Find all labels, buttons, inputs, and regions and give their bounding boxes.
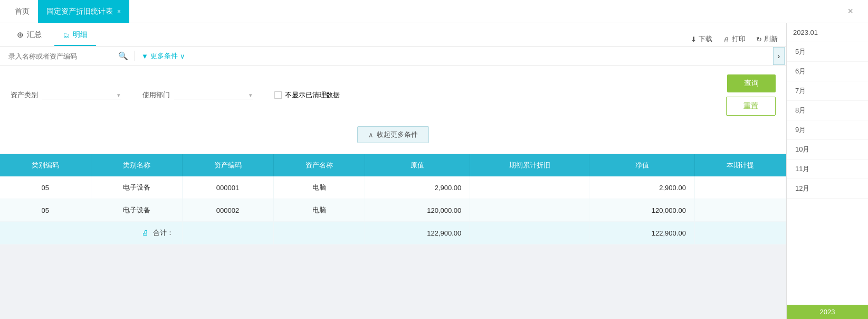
filter-icon: ▼ <box>141 52 148 60</box>
month-9[interactable]: 9月 <box>787 120 868 140</box>
collapse-label: 收起更多条件 <box>377 130 418 139</box>
collapse-bar: ∧ 收起更多条件 <box>11 122 776 149</box>
asset-category-label: 资产类别 <box>11 90 38 100</box>
download-label: 下载 <box>699 34 712 44</box>
cell-current-dep <box>694 199 786 222</box>
print-icon: 🖨 <box>723 35 730 43</box>
table-row: 05 电子设备 000002 电脑 120,000.00 120,000.00 <box>0 199 786 222</box>
print-btn[interactable]: 🖨 打印 <box>723 34 746 44</box>
cell-category-code: 05 <box>0 176 91 199</box>
reset-button[interactable]: 重置 <box>726 97 776 116</box>
cell-accum-dep <box>470 199 589 222</box>
month-8[interactable]: 8月 <box>787 101 868 120</box>
sub-tab-bar: ⊕ 汇总 🗂 明细 ⬇ 下载 🖨 打印 ↻ 刷新 <box>0 23 786 46</box>
tab-summary[interactable]: ⊕ 汇总 <box>8 25 50 46</box>
summary-icon: 🖨 <box>142 229 149 237</box>
date-display: 2023.01 <box>787 23 868 42</box>
data-table: 类别编码 类别名称 资产编码 资产名称 原值 期初累计折旧 净值 本期计提 05… <box>0 154 786 245</box>
tab-close-btn[interactable]: × <box>117 8 121 15</box>
col-category-code: 类别编码 <box>0 154 91 176</box>
more-filter-arrow: ∨ <box>180 52 185 60</box>
summary-tab-icon: ⊕ <box>17 30 24 40</box>
side-expand-arrow[interactable]: › <box>773 47 785 65</box>
query-button[interactable]: 查询 <box>727 74 776 92</box>
col-current-depreciation: 本期计提 <box>694 154 786 176</box>
cell-category-name: 电子设备 <box>91 199 182 222</box>
active-tab[interactable]: 固定资产折旧统计表 × <box>38 0 129 23</box>
summary-original-value: 122,900.00 <box>365 222 470 245</box>
cell-asset-name: 电脑 <box>273 176 365 199</box>
month-6[interactable]: 6月 <box>787 62 868 81</box>
search-input[interactable] <box>8 52 114 60</box>
main-content: ⊕ 汇总 🗂 明细 ⬇ 下载 🖨 打印 ↻ 刷新 🔍 ▼ <box>0 23 786 245</box>
adv-filter-row: 资产类别 ▾ 使用部门 ▾ <box>11 74 776 116</box>
no-cleared-checkbox[interactable] <box>274 91 282 99</box>
summary-tab-label: 汇总 <box>27 30 42 40</box>
dept-label: 使用部门 <box>142 90 170 100</box>
cell-net-value: 2,900.00 <box>589 176 695 199</box>
col-category-name: 类别名称 <box>91 154 182 176</box>
no-cleared-label: 不显示已清理数据 <box>285 90 340 100</box>
filter-bar: 🔍 ▼ 更多条件 ∨ › <box>0 46 786 66</box>
print-label: 打印 <box>732 34 746 44</box>
cell-category-code: 05 <box>0 199 91 222</box>
cell-net-value: 120,000.00 <box>589 199 695 222</box>
cell-accum-dep <box>470 176 589 199</box>
asset-category-select[interactable] <box>42 91 121 99</box>
col-accum-depreciation: 期初累计折旧 <box>470 154 589 176</box>
arrow-icon: › <box>778 52 780 60</box>
summary-label: 🖨 合计： <box>0 222 182 245</box>
detail-tab-label: 明细 <box>73 30 88 40</box>
collapse-button[interactable]: ∧ 收起更多条件 <box>357 126 429 143</box>
asset-category-field: 资产类别 ▾ <box>11 90 121 100</box>
no-cleared-field: 不显示已清理数据 <box>274 90 340 100</box>
sub-tab-actions: ⬇ 下载 🖨 打印 ↻ 刷新 <box>691 34 778 46</box>
month-12[interactable]: 12月 <box>787 179 868 199</box>
table-container: 类别编码 类别名称 资产编码 资产名称 原值 期初累计折旧 净值 本期计提 05… <box>0 154 786 245</box>
top-nav: 首页 固定资产折旧统计表 × × <box>0 0 868 23</box>
table-row: 05 电子设备 000001 电脑 2,900.00 2,900.00 <box>0 176 786 199</box>
filter-divider <box>135 51 135 61</box>
more-filter-label: 更多条件 <box>150 51 178 61</box>
year-badge[interactable]: 2023 <box>787 305 868 319</box>
tab-detail[interactable]: 🗂 明细 <box>54 25 96 46</box>
cell-category-name: 电子设备 <box>91 176 182 199</box>
cell-asset-code: 000002 <box>182 199 273 222</box>
cell-original-value: 120,000.00 <box>365 199 470 222</box>
refresh-icon: ↻ <box>756 35 762 43</box>
month-10[interactable]: 10月 <box>787 140 868 160</box>
search-icon[interactable]: 🔍 <box>118 51 128 61</box>
download-btn[interactable]: ⬇ 下载 <box>691 34 712 44</box>
detail-tab-icon: 🗂 <box>63 31 70 39</box>
collapse-icon: ∧ <box>368 131 374 139</box>
col-asset-code: 资产编码 <box>182 154 273 176</box>
col-net-value: 净值 <box>589 154 695 176</box>
window-close-btn[interactable]: × <box>839 6 862 17</box>
cell-current-dep <box>694 176 786 199</box>
dept-select[interactable] <box>174 91 253 99</box>
more-filter-btn[interactable]: ▼ 更多条件 ∨ <box>141 51 185 61</box>
cell-asset-name: 电脑 <box>273 199 365 222</box>
right-calendar-panel: 2023.01 5月 6月 7月 8月 9月 10月 11月 12月 2023 <box>786 23 868 319</box>
summary-row: 🖨 合计： 122,900.00 122,900.00 <box>0 222 786 245</box>
filter-actions: 查询 重置 <box>726 74 776 116</box>
cell-original-value: 2,900.00 <box>365 176 470 199</box>
month-7[interactable]: 7月 <box>787 81 868 101</box>
month-5[interactable]: 5月 <box>787 42 868 62</box>
download-icon: ⬇ <box>691 35 697 43</box>
col-asset-name: 资产名称 <box>273 154 365 176</box>
home-tab[interactable]: 首页 <box>6 7 38 16</box>
refresh-btn[interactable]: ↻ 刷新 <box>756 34 778 44</box>
month-11[interactable]: 11月 <box>787 160 868 179</box>
adv-filter-panel: 资产类别 ▾ 使用部门 ▾ <box>0 66 786 154</box>
tab-label: 固定资产折旧统计表 <box>46 7 113 16</box>
table-header-row: 类别编码 类别名称 资产编码 资产名称 原值 期初累计折旧 净值 本期计提 <box>0 154 786 176</box>
refresh-label: 刷新 <box>764 34 778 44</box>
dept-field: 使用部门 ▾ <box>142 90 253 100</box>
cell-asset-code: 000001 <box>182 176 273 199</box>
col-original-value: 原值 <box>365 154 470 176</box>
summary-net-value: 122,900.00 <box>589 222 695 245</box>
